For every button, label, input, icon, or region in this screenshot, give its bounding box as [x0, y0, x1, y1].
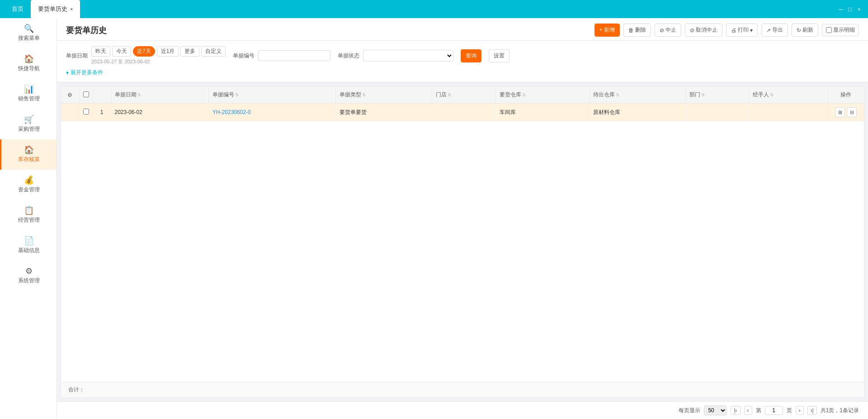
- settings-button[interactable]: 设置: [489, 49, 509, 62]
- sidebar-item-sales-label: 销售管理: [18, 95, 40, 103]
- sidebar-item-quick-label: 快捷导航: [18, 65, 40, 72]
- docno-filter-group: 单据编号: [233, 50, 330, 61]
- th-doc-date-label: 单据日期: [115, 91, 137, 99]
- select-all-checkbox[interactable]: [83, 91, 89, 97]
- th-store-label: 门店: [436, 91, 447, 99]
- status-select[interactable]: [363, 50, 453, 62]
- sidebar-item-base-info[interactable]: 📄 基础信息: [0, 230, 57, 261]
- sidebar-item-search-label: 搜索菜单: [18, 34, 40, 42]
- display-detail-btn[interactable]: 显示明细: [822, 24, 859, 36]
- delete-icon: 🗑: [628, 27, 634, 33]
- export-button[interactable]: ↗ 导出: [761, 24, 788, 37]
- th-doc-no[interactable]: 单据编号 ⇅: [209, 86, 336, 104]
- sidebar-item-purchase[interactable]: 🛒 采购管理: [0, 109, 57, 139]
- th-action: 操作: [828, 86, 864, 104]
- sort-doc-type-icon: ⇅: [362, 92, 366, 97]
- page-size-select[interactable]: 10 20 50 100: [704, 405, 727, 415]
- page-label: 第: [756, 407, 761, 414]
- date-btn-more[interactable]: 更多: [180, 46, 199, 57]
- window-close-icon[interactable]: ×: [857, 6, 861, 13]
- date-btn-today[interactable]: 今天: [112, 46, 131, 57]
- first-page-btn[interactable]: |‹: [731, 406, 740, 415]
- sort-doc-date-icon: ⇅: [137, 92, 141, 97]
- quick-nav-icon: 🏠: [24, 55, 34, 63]
- tab-requisition-label: 要货单历史: [38, 5, 67, 13]
- print-label: 打印: [738, 26, 749, 34]
- th-pending-wh-label: 待出仓库: [593, 91, 615, 99]
- row-handler: [749, 104, 828, 121]
- window-minimize-icon[interactable]: ─: [839, 6, 843, 13]
- filter-row: 单据日期 昨天 今天 近7天 近1月 更多 自定义 2023-05-27 至 2…: [66, 46, 859, 65]
- delete-button[interactable]: 🗑 删除: [623, 24, 651, 37]
- purchase-icon: 🛒: [24, 115, 34, 124]
- row-more-btn[interactable]: ⊟: [847, 107, 857, 117]
- new-button[interactable]: + 新增: [594, 24, 620, 37]
- page-title: 要货单历史: [66, 25, 107, 36]
- th-req-warehouse[interactable]: 要货仓库 ⇅: [495, 86, 589, 104]
- row-index: 1: [93, 104, 111, 121]
- sidebar-item-finance-label: 资金管理: [18, 186, 40, 194]
- print-button[interactable]: 🖨 打印 ▾: [726, 24, 758, 37]
- page-unit: 页: [787, 407, 792, 414]
- sidebar-item-sales[interactable]: 📊 销售管理: [0, 79, 57, 109]
- sidebar-item-finance[interactable]: 💰 资金管理: [0, 170, 57, 200]
- row-edit-btn[interactable]: ⊞: [835, 107, 845, 117]
- date-filter-label: 单据日期: [66, 52, 88, 60]
- sidebar-item-operations[interactable]: 📋 经营管理: [0, 200, 57, 230]
- tab-close-icon[interactable]: ×: [70, 6, 73, 12]
- stop-button[interactable]: ⊘ 中止: [655, 24, 681, 37]
- row-store: [432, 104, 495, 121]
- prev-page-btn[interactable]: ‹: [744, 406, 752, 415]
- tab-requisition-history[interactable]: 要货单历史 ×: [31, 0, 80, 18]
- th-doc-date[interactable]: 单据日期 ⇅: [111, 86, 209, 104]
- display-detail-checkbox[interactable]: [826, 27, 832, 33]
- next-page-btn[interactable]: ›: [796, 406, 804, 415]
- stop-icon: ⊘: [660, 27, 664, 33]
- sidebar-item-search-menu[interactable]: 🔍 搜索菜单: [0, 18, 57, 48]
- row-settings: [61, 104, 79, 121]
- row-req-warehouse: 车间库: [495, 104, 589, 121]
- row-checkbox-cell: [79, 104, 93, 121]
- refresh-label: 刷新: [802, 26, 813, 34]
- row-checkbox[interactable]: [83, 109, 89, 114]
- row-doc-no-link[interactable]: YH-20230602-0: [212, 109, 251, 115]
- table-container: ⚙ 单据日期 ⇅: [61, 86, 864, 398]
- export-label: 导出: [772, 26, 783, 34]
- new-btn-label: + 新增: [599, 26, 615, 34]
- th-checkbox: [79, 86, 93, 104]
- sort-doc-no-icon: ⇅: [235, 92, 239, 97]
- refresh-icon: ↻: [797, 27, 801, 33]
- th-settings[interactable]: ⚙: [61, 86, 79, 104]
- inventory-icon: 🏠: [24, 146, 34, 154]
- date-btn-7days[interactable]: 近7天: [133, 46, 155, 57]
- expand-more-btn[interactable]: ▾ 展开更多条件: [66, 69, 859, 76]
- pagination-bar: 每页显示 10 20 50 100 |‹ ‹ 第 页 › ›| 共1页，1条记录: [57, 401, 868, 419]
- docno-input[interactable]: [258, 50, 330, 61]
- th-department[interactable]: 部门 ⇅: [685, 86, 749, 104]
- date-btn-1month[interactable]: 近1月: [157, 46, 179, 57]
- date-btn-yesterday[interactable]: 昨天: [91, 46, 110, 57]
- tab-home[interactable]: 首页: [5, 0, 31, 18]
- page-input[interactable]: [765, 406, 783, 415]
- th-req-wh-label: 要货仓库: [500, 91, 521, 99]
- table-row: 1 2023-06-02 YH-20230602-0 要货单要货 车间库 原材料…: [61, 104, 864, 121]
- refresh-button[interactable]: ↻ 刷新: [792, 24, 818, 37]
- date-btns: 昨天 今天 近7天 近1月 更多 自定义: [91, 46, 226, 57]
- status-filter-group: 单据状态: [338, 50, 453, 62]
- th-pending-warehouse[interactable]: 待出仓库 ⇅: [589, 86, 685, 104]
- search-button[interactable]: 查询: [461, 49, 481, 62]
- th-doc-type[interactable]: 单据类型 ⇅: [336, 86, 432, 104]
- data-table: ⚙ 单据日期 ⇅: [61, 86, 864, 121]
- sidebar-item-system[interactable]: ⚙ 系统管理: [0, 261, 57, 291]
- last-page-btn[interactable]: ›|: [807, 406, 817, 415]
- top-bar: 首页 要货单历史 × ─ □ ×: [0, 0, 868, 18]
- window-maximize-icon[interactable]: □: [849, 6, 852, 13]
- row-department: [685, 104, 749, 121]
- th-handler[interactable]: 经手人 ⇅: [749, 86, 828, 104]
- th-store[interactable]: 门店 ⇅: [432, 86, 495, 104]
- cancel-stop-button[interactable]: ⊘ 取消中止: [685, 24, 722, 37]
- date-btn-custom[interactable]: 自定义: [201, 46, 226, 57]
- top-tabs: 首页 要货单历史 ×: [5, 0, 839, 18]
- sidebar-item-inventory[interactable]: 🏠 库存核算: [0, 139, 57, 170]
- sidebar-item-quick-nav[interactable]: 🏠 快捷导航: [0, 48, 57, 79]
